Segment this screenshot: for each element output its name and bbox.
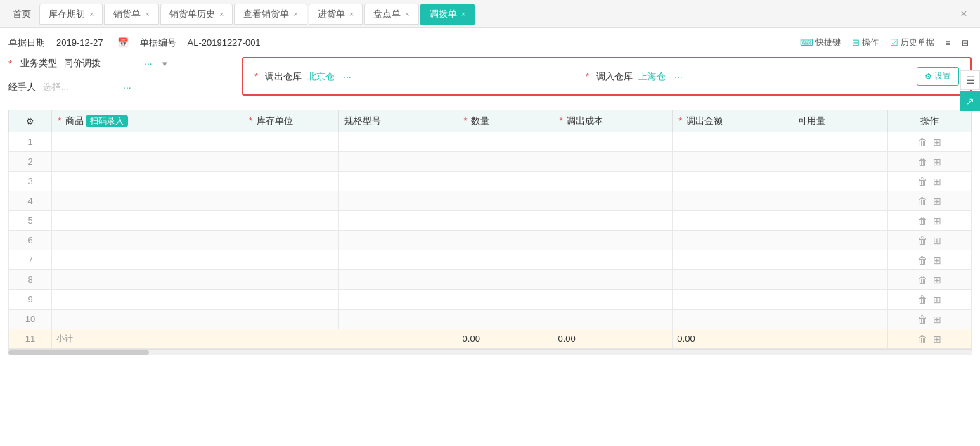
qty-cell[interactable] [458, 250, 553, 270]
copy-icon[interactable]: ⊞ [933, 215, 941, 227]
tab-home[interactable]: 首页 [6, 8, 38, 20]
cost-cell[interactable] [553, 132, 673, 152]
tab-close-icon[interactable]: × [145, 10, 149, 18]
scroll-thumb[interactable] [8, 350, 149, 355]
qty-cell[interactable] [458, 290, 553, 310]
tab-sales-order[interactable]: 销货单 × [104, 4, 158, 25]
calendar-icon[interactable]: 📅 [117, 37, 129, 48]
tab-close-icon[interactable]: × [219, 10, 224, 18]
amount-cell[interactable] [673, 290, 792, 310]
layout1-button[interactable]: ≡ [943, 37, 953, 49]
col-settings[interactable]: ⚙ [9, 110, 52, 132]
copy-icon[interactable]: ⊞ [933, 136, 941, 148]
copy-icon[interactable]: ⊞ [933, 294, 941, 305]
cost-cell[interactable] [553, 270, 673, 290]
available-cell[interactable] [792, 270, 888, 290]
cost-cell[interactable] [553, 310, 673, 329]
qty-cell[interactable] [458, 152, 553, 172]
unit-cell[interactable] [243, 310, 338, 329]
available-cell[interactable] [792, 211, 888, 231]
qty-cell[interactable] [458, 211, 553, 231]
amount-cell[interactable] [673, 191, 792, 211]
qty-cell[interactable] [458, 132, 553, 152]
unit-cell[interactable] [243, 152, 338, 172]
cost-cell[interactable] [553, 152, 673, 172]
unit-cell[interactable] [243, 172, 338, 191]
product-cell[interactable] [52, 132, 243, 152]
transfer-out-more[interactable]: ··· [340, 71, 354, 82]
delete-icon[interactable]: 🗑 [917, 215, 927, 227]
right-tool-export[interactable]: ↗ [960, 91, 980, 111]
dropdown-icon[interactable]: ▾ [162, 58, 167, 69]
available-cell[interactable] [792, 290, 888, 310]
tab-close-icon[interactable]: × [405, 10, 409, 18]
transfer-in-more[interactable]: ··· [671, 71, 685, 82]
copy-icon[interactable]: ⊞ [933, 196, 941, 207]
product-cell[interactable] [52, 172, 243, 191]
spec-cell[interactable] [338, 310, 458, 329]
qty-cell[interactable] [458, 231, 553, 250]
spec-cell[interactable] [338, 191, 458, 211]
copy-icon[interactable]: ⊞ [933, 156, 941, 167]
unit-cell[interactable] [243, 231, 338, 250]
scan-button[interactable]: 扫码录入 [86, 115, 128, 127]
right-tool-list[interactable]: ☰ [960, 70, 980, 90]
delete-icon[interactable]: 🗑 [917, 255, 927, 266]
available-cell[interactable] [792, 310, 888, 329]
scroll-bar[interactable] [8, 349, 972, 355]
product-cell[interactable] [52, 250, 243, 270]
qty-cell[interactable] [458, 310, 553, 329]
unit-cell[interactable] [243, 191, 338, 211]
copy-icon[interactable]: ⊞ [933, 333, 941, 345]
setting-button[interactable]: ⚙ 设置 [917, 67, 959, 86]
spec-cell[interactable] [338, 172, 458, 191]
tab-view-sales[interactable]: 查看销货单 × [234, 4, 307, 25]
unit-cell[interactable] [243, 211, 338, 231]
cost-cell[interactable] [553, 211, 673, 231]
copy-icon[interactable]: ⊞ [933, 314, 941, 325]
transfer-in-value[interactable]: 上海仓 [638, 70, 666, 83]
copy-icon[interactable]: ⊞ [933, 235, 941, 246]
amount-cell[interactable] [673, 310, 792, 329]
window-close-button[interactable]: × [953, 4, 974, 25]
product-cell[interactable] [52, 152, 243, 172]
business-type-value[interactable]: 同价调拨 [64, 57, 134, 70]
delete-icon[interactable]: 🗑 [917, 314, 927, 325]
shortcut-button[interactable]: ⌨ 快捷键 [797, 35, 844, 50]
settings-icon[interactable]: ⚙ [26, 116, 34, 127]
tab-stocktake[interactable]: 盘点单 × [364, 4, 418, 25]
qty-cell[interactable] [458, 191, 553, 211]
cost-cell[interactable] [553, 290, 673, 310]
tab-purchase[interactable]: 进货单 × [309, 4, 363, 25]
delete-icon[interactable]: 🗑 [917, 294, 927, 305]
cost-cell[interactable] [553, 172, 673, 191]
available-cell[interactable] [792, 231, 888, 250]
available-cell[interactable] [792, 152, 888, 172]
delete-icon[interactable]: 🗑 [917, 176, 927, 187]
unit-cell[interactable] [243, 290, 338, 310]
delete-icon[interactable]: 🗑 [917, 274, 927, 286]
available-cell[interactable] [792, 250, 888, 270]
layout2-button[interactable]: ⊟ [959, 37, 972, 49]
copy-icon[interactable]: ⊞ [933, 255, 941, 266]
tab-close-icon[interactable]: × [293, 10, 297, 18]
product-cell[interactable] [52, 270, 243, 290]
tab-transfer[interactable]: 调拨单 × [420, 4, 475, 25]
spec-cell[interactable] [338, 132, 458, 152]
product-cell[interactable] [52, 191, 243, 211]
operation-button[interactable]: ⊞ 操作 [849, 35, 882, 50]
amount-cell[interactable] [673, 231, 792, 250]
tab-active-close-icon[interactable]: × [461, 10, 465, 18]
delete-icon[interactable]: 🗑 [917, 333, 927, 345]
copy-icon[interactable]: ⊞ [933, 274, 941, 286]
amount-cell[interactable] [673, 250, 792, 270]
tab-close-icon[interactable]: × [349, 10, 354, 18]
spec-cell[interactable] [338, 152, 458, 172]
delete-icon[interactable]: 🗑 [917, 156, 927, 167]
amount-cell[interactable] [673, 172, 792, 191]
delete-icon[interactable]: 🗑 [917, 136, 927, 148]
spec-cell[interactable] [338, 231, 458, 250]
product-cell[interactable] [52, 211, 243, 231]
product-cell[interactable] [52, 231, 243, 250]
business-type-more[interactable]: ··· [141, 58, 155, 69]
